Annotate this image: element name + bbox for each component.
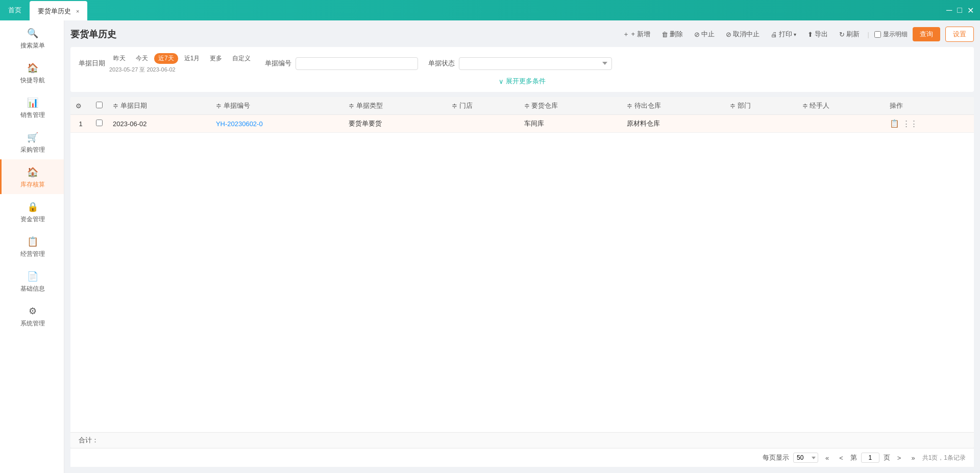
th-doc-no: ≑ 单据编号 — [211, 97, 344, 115]
th-store: ≑ 门店 — [447, 97, 519, 115]
window-controls: ─ □ ✕ — [940, 6, 980, 15]
th-department-label: 部门 — [738, 102, 751, 109]
page-size-label: 每页显示 — [763, 453, 789, 462]
date-btn-today[interactable]: 今天 — [132, 53, 152, 64]
th-date-label: 单据日期 — [120, 102, 147, 109]
date-btn-yesterday[interactable]: 昨天 — [109, 53, 130, 64]
select-all-checkbox[interactable] — [96, 102, 103, 108]
doc-icon: 📄 — [27, 271, 38, 282]
th-pending-warehouse-label: 待出仓库 — [634, 102, 661, 109]
toolbar: ＋ + 新增 🗑 删除 ⊘ 中止 ⊘ 取消中止 🖨 打印 — [620, 27, 974, 42]
table-footer: 合计： — [70, 432, 974, 448]
next-page-button[interactable]: > — [894, 453, 904, 463]
row-actions: 📋 ⋮⋮ — [885, 115, 974, 133]
pagination-area: 每页显示 50 100 200 « < 第 页 > » 共1页，1条记录 — [70, 448, 974, 467]
row-doc-no-link[interactable]: YH-20230602-0 — [216, 120, 263, 128]
tab-home[interactable]: 首页 — [0, 0, 30, 20]
top-bar: 首页 要货单历史 × ─ □ ✕ — [0, 0, 980, 20]
stop-button[interactable]: ⊘ 中止 — [691, 28, 718, 41]
sidebar-item-finance[interactable]: 🔒 资金管理 — [0, 194, 64, 229]
tab-requisition-history[interactable]: 要货单历史 × — [30, 1, 87, 21]
delete-button[interactable]: 🗑 删除 — [658, 28, 686, 41]
export-icon: ⬆ — [807, 31, 813, 38]
minimize-icon[interactable]: ─ — [946, 6, 952, 15]
print-icon: 🖨 — [771, 31, 777, 38]
show-detail-checkbox-group[interactable]: 显示明细 — [874, 30, 908, 39]
th-doc-type: ≑ 单据类型 — [344, 97, 447, 115]
checkbox-col-header — [91, 97, 108, 115]
status-filter-group: 单据状态 — [428, 57, 612, 70]
date-btn-custom[interactable]: 自定义 — [228, 53, 255, 64]
refresh-icon: ↻ — [839, 31, 845, 38]
table-row: 1 2023-06-02 YH-20230602-0 要货单要货 车间库 — [70, 115, 974, 133]
first-page-button[interactable]: « — [822, 453, 832, 463]
th-store-label: 门店 — [459, 102, 473, 109]
page-size-select[interactable]: 50 100 200 — [793, 453, 818, 463]
table-body: 1 2023-06-02 YH-20230602-0 要货单要货 车间库 — [70, 115, 974, 133]
show-detail-label: 显示明细 — [883, 30, 908, 39]
row-doc-no: YH-20230602-0 — [211, 115, 344, 133]
th-doc-type-label: 单据类型 — [356, 102, 383, 109]
current-page-input[interactable] — [861, 453, 879, 463]
query-button[interactable]: 查询 — [913, 27, 940, 41]
page-header: 要货单历史 ＋ + 新增 🗑 删除 ⊘ 中止 ⊘ 取消中止 — [70, 27, 974, 42]
date-btn-7days[interactable]: 近7天 — [154, 53, 178, 64]
row-pending-warehouse: 原材料仓库 — [622, 115, 725, 133]
tab-requisition-label: 要货单历史 — [38, 7, 71, 16]
date-btn-1month[interactable]: 近1月 — [180, 53, 204, 64]
print-button[interactable]: 🖨 打印 ▾ — [768, 28, 799, 41]
date-btn-more[interactable]: 更多 — [206, 53, 226, 64]
row-checkbox-cell — [91, 115, 108, 133]
th-req-warehouse: ≑ 要货仓库 — [519, 97, 622, 115]
row-more-button[interactable]: ⋮⋮ — [902, 119, 918, 128]
sidebar-item-inventory[interactable]: 🏠 库存核算 — [0, 159, 64, 194]
sidebar-item-basic-info[interactable]: 📄 基础信息 — [0, 264, 64, 298]
th-req-warehouse-label: 要货仓库 — [531, 102, 558, 109]
sidebar-item-purchase[interactable]: 🛒 采购管理 — [0, 125, 64, 159]
th-action-label: 操作 — [890, 102, 903, 109]
th-doc-no-label: 单据编号 — [224, 102, 250, 109]
row-edit-button[interactable]: 📋 — [890, 119, 899, 128]
total-info: 共1页，1条记录 — [922, 454, 966, 462]
expand-more-button[interactable]: ∨ 展开更多条件 — [79, 77, 966, 86]
filter-row: 单据日期 昨天 今天 近7天 近1月 更多 自定义 2023-05-27 至 2… — [79, 53, 966, 74]
settings-button[interactable]: 设置 — [945, 27, 974, 42]
doc-no-label: 单据编号 — [265, 59, 291, 68]
cancel-stop-button[interactable]: ⊘ 取消中止 — [723, 28, 763, 41]
refresh-button[interactable]: ↻ 刷新 — [836, 28, 863, 41]
new-button[interactable]: ＋ + 新增 — [620, 28, 653, 41]
status-select[interactable] — [459, 57, 612, 70]
sidebar-label-quick-nav: 快捷导航 — [20, 76, 45, 85]
tab-close-icon[interactable]: × — [76, 8, 79, 14]
sidebar-label-search: 搜索菜单 — [20, 41, 45, 50]
chart-icon: 📊 — [27, 97, 38, 108]
row-num: 1 — [70, 115, 91, 133]
date-filter-group: 单据日期 昨天 今天 近7天 近1月 更多 自定义 2023-05-27 至 2… — [79, 53, 255, 74]
sidebar-item-sales[interactable]: 📊 销售管理 — [0, 90, 64, 125]
th-date: ≑ 单据日期 — [108, 97, 211, 115]
doc-no-input[interactable] — [296, 57, 418, 70]
settings-col-header[interactable]: ⚙ — [70, 97, 91, 115]
sidebar-item-search[interactable]: 🔍 搜索菜单 — [0, 20, 64, 55]
export-button[interactable]: ⬆ 导出 — [804, 28, 831, 41]
show-detail-checkbox[interactable] — [874, 31, 881, 38]
doc-no-filter-group: 单据编号 — [265, 57, 418, 70]
row-checkbox[interactable] — [96, 120, 103, 126]
expand-more-label: 展开更多条件 — [506, 77, 546, 86]
sidebar-item-system[interactable]: ⚙ 系统管理 — [0, 298, 64, 333]
last-page-button[interactable]: » — [908, 453, 918, 463]
th-handler-label: 经手人 — [810, 102, 829, 109]
footer-summary-label: 合计： — [79, 436, 99, 445]
print-dropdown-icon: ▾ — [794, 32, 796, 37]
close-icon[interactable]: ✕ — [967, 6, 974, 15]
th-department: ≑ 部门 — [725, 97, 797, 115]
sidebar-label-sales: 销售管理 — [20, 111, 45, 120]
data-table: ⚙ ≑ 单据日期 ≑ 单据编号 — [70, 97, 974, 133]
maximize-icon[interactable]: □ — [957, 6, 962, 15]
tab-home-label: 首页 — [8, 6, 21, 15]
sidebar-label-basic-info: 基础信息 — [20, 285, 45, 293]
sidebar-item-quick-nav[interactable]: 🏠 快捷导航 — [0, 55, 64, 90]
prev-page-button[interactable]: < — [836, 453, 846, 463]
sidebar-item-operations[interactable]: 📋 经营管理 — [0, 229, 64, 264]
row-date: 2023-06-02 — [108, 115, 211, 133]
